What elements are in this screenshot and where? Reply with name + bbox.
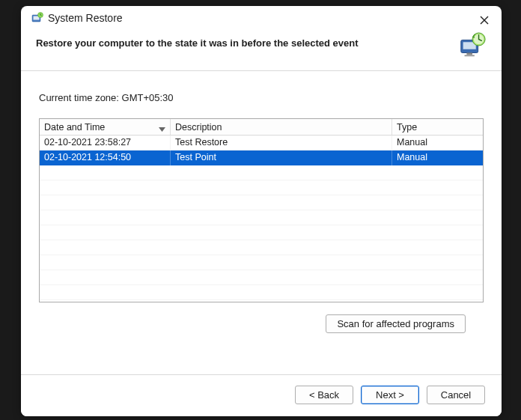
table-row-empty: [40, 285, 483, 300]
cancel-button[interactable]: Cancel: [427, 386, 485, 404]
grid-header: Date and Time Description Type: [40, 119, 483, 136]
timezone-label: Current time zone: GMT+05:30: [39, 92, 484, 103]
sort-descending-icon: [159, 124, 165, 134]
cell-description: Test Point: [171, 150, 392, 165]
scan-button-row: Scan for affected programs: [39, 302, 484, 338]
restore-hero-icon: [458, 31, 487, 60]
close-button[interactable]: [478, 13, 491, 27]
system-restore-dialog: System Restore Restore your computer to …: [21, 6, 502, 416]
table-row-empty: [40, 255, 483, 270]
table-row-empty: [40, 180, 483, 195]
system-restore-icon: [31, 12, 43, 24]
table-row-empty: [40, 165, 483, 180]
table-row-empty: [40, 210, 483, 225]
cell-type: Manual: [392, 136, 483, 150]
back-button[interactable]: < Back: [295, 386, 353, 404]
scan-affected-programs-button[interactable]: Scan for affected programs: [326, 314, 466, 333]
column-header-type[interactable]: Type: [392, 119, 483, 135]
cell-datetime: 02-10-2021 23:58:27: [40, 136, 171, 150]
column-header-datetime-label: Date and Time: [44, 122, 105, 133]
grid-body: 02-10-2021 23:58:27 Test Restore Manual …: [40, 136, 483, 300]
table-row-empty: [40, 225, 483, 240]
cell-type: Manual: [392, 150, 483, 165]
title-bar: System Restore: [21, 6, 502, 28]
column-header-type-label: Type: [397, 122, 417, 133]
header-heading: Restore your computer to the state it wa…: [36, 31, 359, 49]
cell-description: Test Restore: [171, 136, 392, 150]
svg-rect-7: [466, 53, 472, 55]
column-header-description[interactable]: Description: [171, 119, 392, 135]
column-header-description-label: Description: [175, 122, 222, 133]
header-section: Restore your computer to the state it wa…: [21, 28, 502, 71]
cell-datetime: 02-10-2021 12:54:50: [40, 150, 171, 165]
table-row-empty: [40, 240, 483, 255]
close-icon: [479, 15, 490, 25]
table-row[interactable]: 02-10-2021 12:54:50 Test Point Manual: [40, 150, 483, 165]
next-button[interactable]: Next >: [361, 386, 419, 404]
column-header-datetime[interactable]: Date and Time: [40, 119, 171, 135]
restore-points-grid: Date and Time Description Type 02-10-202…: [39, 118, 484, 302]
svg-rect-8: [465, 55, 475, 56]
footer-buttons: < Back Next > Cancel: [21, 374, 502, 416]
table-row-empty: [40, 195, 483, 210]
table-row-empty: [40, 270, 483, 285]
content-area: Current time zone: GMT+05:30 Date and Ti…: [21, 71, 502, 374]
window-title: System Restore: [48, 12, 123, 24]
svg-marker-12: [159, 127, 165, 132]
table-row[interactable]: 02-10-2021 23:58:27 Test Restore Manual: [40, 136, 483, 150]
